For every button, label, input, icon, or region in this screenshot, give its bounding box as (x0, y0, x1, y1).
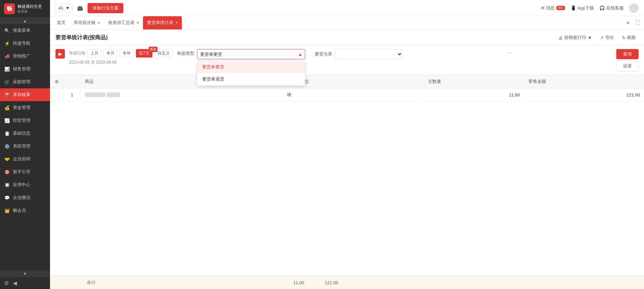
collapse-sidebar-icon[interactable]: ◀ (13, 280, 17, 286)
basic-icon: 📋 (4, 130, 10, 136)
query-btn[interactable]: 查询 (616, 49, 639, 59)
sidebar-logo: 畅 畅捷通好生意 标准版 (0, 0, 50, 18)
sidebar-item-guide[interactable]: 🎯 新手引导 (0, 165, 50, 178)
message-icon: ✉ (541, 5, 545, 10)
date-btn-7days[interactable]: 近7天 (136, 49, 152, 58)
type-filter-label: 单据类型 (177, 49, 194, 57)
search-icon: 🔍 (4, 27, 10, 34)
sidebar-item-finance[interactable]: 💰 资金管理 (0, 101, 50, 114)
row-unit-cell: 块 (283, 88, 424, 102)
product-name-placeholder (85, 92, 105, 97)
date-btn-last-month[interactable]: 上月 (87, 49, 101, 58)
tab-summary[interactable]: 收发存汇总表 × (104, 16, 143, 29)
messages-action[interactable]: ✉ 消息 99+ (541, 5, 565, 11)
sidebar-item-inventory[interactable]: 📦 库存核算 (0, 88, 50, 101)
shortcut-icon: ⚡ (4, 40, 10, 46)
tab-order-stat-close[interactable]: × (175, 20, 178, 25)
tab-order-stat[interactable]: 要货单统计表 × (143, 16, 182, 29)
sidebar-scroll-up[interactable]: ▲ (0, 18, 50, 24)
print-dropdown-arrow: ▼ (588, 35, 592, 40)
warehouse-select[interactable] (335, 49, 403, 59)
export-icon: ↗ (600, 35, 604, 40)
date-btn-this-month[interactable]: 本月 (103, 49, 118, 58)
sidebar-item-shortcut[interactable]: ⚡ 快捷导航 (0, 37, 50, 50)
row-quantity-cell: 11.00 (424, 88, 524, 102)
tab-home[interactable]: 首页 (53, 16, 70, 29)
table-footer: 合计 11.00 121.00 (50, 275, 644, 289)
system-icon: ⚙️ (4, 143, 10, 149)
refresh-icon: ↻ (622, 35, 626, 40)
logo-icon: 畅 (4, 3, 15, 14)
footer-label: 合计 (54, 280, 196, 286)
logo-text: 畅捷通好生意 标准版 (18, 4, 42, 14)
col-amount: 零售金额 (524, 75, 644, 88)
store-selector[interactable]: 41 ▼ (55, 4, 73, 12)
app-download-action[interactable]: 📱 App下载 (571, 5, 594, 11)
refresh-btn[interactable]: ↻ 刷新 (619, 33, 639, 42)
table-header-row: ⚙ 商品 主计量单位 主数量 零售金额 (50, 75, 644, 88)
header-gear-button[interactable] (75, 3, 85, 13)
date-btn-this-year[interactable]: 本年 (120, 49, 134, 58)
filter-actions: 查询 设置 (616, 49, 639, 71)
tab-batch[interactable]: 库存批次账 × (70, 16, 104, 29)
member-icon: 👑 (4, 207, 10, 214)
expand-tabs-btn[interactable]: ⛶ (633, 19, 641, 27)
more-filter-btn[interactable]: ··· (505, 49, 513, 56)
sidebar-item-business[interactable]: 📈 经营管理 (0, 114, 50, 127)
set-btn[interactable]: 设置 (616, 61, 639, 71)
sidebar-item-member[interactable]: 👑 畅会员 (0, 204, 50, 217)
sidebar-item-sales[interactable]: 📊 销售管理 (0, 63, 50, 75)
industry-btn[interactable]: 体验行业方案 (88, 3, 123, 13)
sidebar-item-marketing[interactable]: 📣 营销推广 (0, 50, 50, 63)
sidebar-item-search[interactable]: 🔍 搜索菜单 (0, 24, 50, 37)
date-range-text: 2023-05-06 至 2023-06-06 (69, 60, 173, 65)
sidebar-item-purchase[interactable]: 🛒 采购管理 (0, 75, 50, 88)
marketing-icon: 📣 (4, 53, 10, 59)
sidebar-item-system[interactable]: ⚙️ 系统管理 (0, 140, 50, 153)
export-btn[interactable]: ↗ 导出 (597, 33, 617, 42)
sidebar-item-basic[interactable]: 📋 基础信息 (0, 127, 50, 140)
type-select[interactable]: 要货单要货要货单退货 (197, 49, 305, 59)
business-icon: 📈 (4, 117, 10, 124)
online-support-action[interactable]: 🎧 在线客服 (599, 5, 624, 11)
inventory-icon: 📦 (4, 92, 10, 98)
guide-icon: 🎯 (4, 169, 10, 175)
header-right: ✉ 消息 99+ 📱 App下载 🎧 在线客服 (541, 3, 639, 13)
row-product-cell (80, 88, 283, 102)
warehouse-filter-label: 要货仓库 (315, 51, 332, 57)
dropdown-item-return[interactable]: 要货单退货 (197, 73, 305, 85)
finance-icon: 💰 (4, 105, 10, 111)
header-left: 41 ▼ 体验行业方案 (55, 3, 123, 13)
filter-bar: ▶ 单据日期 上月 本月 本年 近7天 自定义 2023-05-06 至 202… (50, 46, 644, 75)
sales-icon: 📊 (4, 66, 10, 72)
settings-icon[interactable]: ⚙ (4, 280, 9, 286)
date-filter-group: 单据日期 上月 本月 本年 近7天 自定义 2023-05-06 至 2023-… (69, 49, 173, 65)
filter-toggle-btn[interactable]: ▶ (55, 49, 65, 59)
expand-filter-icon: ▶ (58, 51, 62, 57)
sidebar-items: 🔍 搜索菜单 ⚡ 快捷导航 📣 营销推广 📊 销售管理 🛒 采购管理 📦 库存核… (0, 24, 50, 271)
tab-summary-close[interactable]: × (137, 20, 139, 25)
dropdown-item-order[interactable]: 要货单要货 (197, 61, 305, 73)
tab-batch-close[interactable]: × (98, 20, 100, 25)
sidebar-item-cooperation[interactable]: 🤝 企业协同 (0, 153, 50, 165)
print-template-btn[interactable]: 🖨 按模板打印 ▼ (556, 33, 595, 42)
top-header: 41 ▼ 体验行业方案 ✉ 消息 99+ 📱 App下载 🎧 在线客服 (50, 0, 644, 16)
col-index (64, 75, 80, 88)
cooperation-icon: 🤝 (4, 156, 10, 162)
table-wrapper: ⚙ 商品 主计量单位 主数量 零售金额 1 (50, 75, 644, 275)
filter-row: ▶ 单据日期 上月 本月 本年 近7天 自定义 2023-05-06 至 202… (55, 49, 639, 71)
type-filter-group: 单据类型 要货单要货要货单退货 ▲ 要货单要货 要货单退货 (177, 49, 305, 59)
col-quantity: 主数量 (424, 75, 524, 88)
tabs-right-actions: ✕ ⛶ (624, 19, 641, 27)
tabs-bar: 首页 库存批次账 × 收发存汇总表 × 要货单统计表 × ✕ ⛶ (50, 16, 644, 30)
sidebar: 畅 畅捷通好生意 标准版 ▲ 🔍 搜索菜单 ⚡ 快捷导航 📣 营销推广 📊 销售… (0, 0, 50, 289)
dropdown-arrow-icon: ▼ (65, 5, 70, 10)
close-all-tabs-btn[interactable]: ✕ (624, 19, 632, 27)
sidebar-item-apps[interactable]: 🔲 应用中心 (0, 178, 50, 191)
type-select-wrapper: 要货单要货要货单退货 ▲ 要货单要货 要货单退货 (197, 49, 305, 59)
table-settings-icon[interactable]: ⚙ (55, 79, 59, 84)
sidebar-scroll-down[interactable]: ▼ (0, 271, 50, 277)
sidebar-item-wechat[interactable]: 💬 企业微信 (0, 191, 50, 204)
user-avatar[interactable] (629, 3, 639, 13)
sidebar-bottom: ⚙ ◀ (0, 277, 50, 289)
